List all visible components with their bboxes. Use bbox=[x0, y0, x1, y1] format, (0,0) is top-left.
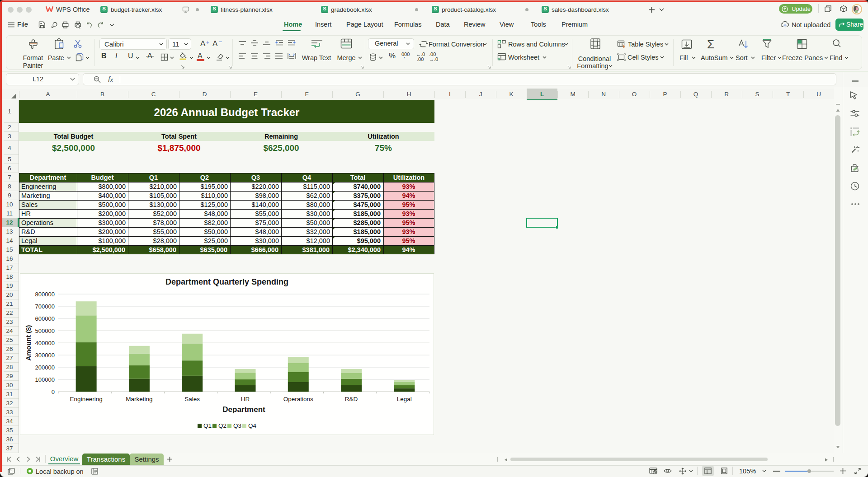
svg-text:Sales: Sales bbox=[184, 396, 200, 402]
svg-text:Amount ($): Amount ($) bbox=[24, 325, 32, 360]
svg-text:200000: 200000 bbox=[35, 364, 55, 371]
svg-text:600000: 600000 bbox=[35, 315, 55, 322]
svg-text:Department: Department bbox=[222, 405, 265, 414]
svg-text:700000: 700000 bbox=[35, 303, 55, 310]
svg-text:Operations: Operations bbox=[283, 396, 313, 402]
svg-text:Department Quarterly Spending: Department Quarterly Spending bbox=[165, 277, 288, 286]
svg-text:400000: 400000 bbox=[35, 340, 55, 346]
svg-text:Q3: Q3 bbox=[233, 422, 241, 429]
svg-text:100000: 100000 bbox=[35, 376, 55, 383]
svg-text:800000: 800000 bbox=[35, 291, 55, 298]
svg-text:HR: HR bbox=[241, 396, 250, 402]
svg-text:300000: 300000 bbox=[35, 352, 55, 359]
svg-text:Q1: Q1 bbox=[203, 422, 212, 429]
svg-text:Q2: Q2 bbox=[218, 422, 226, 429]
svg-text:500000: 500000 bbox=[35, 327, 55, 334]
svg-text:Q4: Q4 bbox=[248, 422, 257, 429]
svg-text:Engineering: Engineering bbox=[70, 396, 103, 402]
svg-text:Legal: Legal bbox=[397, 396, 412, 402]
svg-text:Marketing: Marketing bbox=[126, 396, 152, 402]
svg-text:R&D: R&D bbox=[345, 396, 358, 402]
svg-text:0: 0 bbox=[52, 388, 55, 395]
